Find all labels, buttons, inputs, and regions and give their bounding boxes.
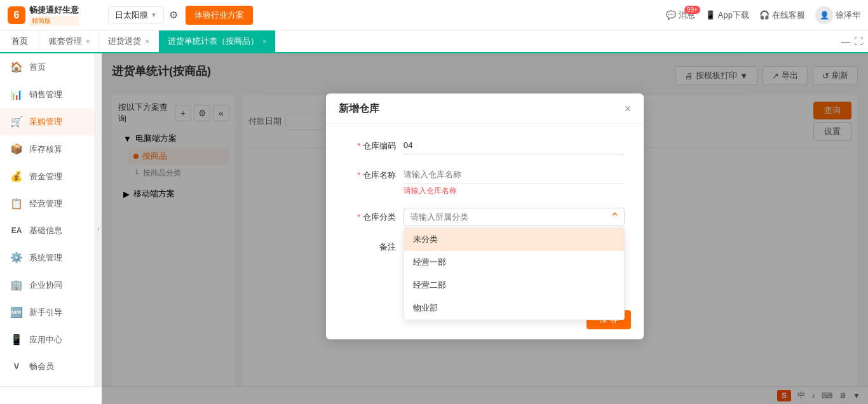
name-label: 仓库名称	[345, 166, 396, 181]
sidebar-item-system[interactable]: ⚙️ 系统管理	[0, 244, 95, 271]
newcomer-icon: 🆕	[10, 306, 23, 318]
inventory-icon: 📦	[10, 143, 23, 155]
messages-badge: 99+	[684, 6, 700, 14]
tab-purchase-return-close[interactable]: ×	[145, 37, 149, 45]
dropdown-item-dept2[interactable]: 经营二部	[404, 274, 624, 297]
code-label: 仓库编码	[345, 137, 396, 152]
sidebar-item-enterprise[interactable]: 🏢 企业协同	[0, 271, 95, 299]
sidebar-toggle[interactable]: ‹	[95, 53, 102, 404]
dropdown-item-uncategorized[interactable]: 未分类	[404, 228, 624, 251]
store-selector[interactable]: 日太阳膜 ▼	[108, 6, 164, 24]
content-area: 进货单统计(按商品) 🖨 按模板打印 ▼ ↗ 导出 ↺ 刷新	[102, 53, 868, 404]
tab-minimize-icon[interactable]: —	[841, 36, 850, 46]
form-row-name: 仓库名称 请输入仓库名称	[345, 166, 625, 196]
category-input[interactable]	[403, 208, 625, 226]
settings-icon[interactable]: ⚙	[169, 9, 178, 21]
home-icon: 🏠	[10, 61, 23, 73]
logo-badge: 精简版	[29, 16, 79, 26]
modal-header: 新增仓库 ×	[326, 93, 644, 124]
message-icon: 💬	[666, 10, 676, 20]
logo-area: 6 畅捷通好生意 精简版	[8, 4, 103, 26]
sales-icon: 📊	[10, 88, 23, 100]
vip-icon: V	[10, 362, 23, 371]
sidebar-item-basic-info[interactable]: EA 基础信息	[0, 217, 95, 244]
category-select-wrapper: ⌃	[403, 208, 625, 226]
tab-purchase-return[interactable]: 进货退货 ×	[99, 30, 158, 52]
category-dropdown: 未分类 经营一部 经营二部 物业部	[403, 227, 625, 320]
finance-icon: 💰	[10, 170, 23, 182]
tab-home[interactable]: 首页	[0, 30, 40, 52]
sidebar-item-app-center[interactable]: 📱 应用中心	[0, 326, 95, 353]
sidebar-item-newcomer[interactable]: 🆕 新手引导	[0, 299, 95, 326]
sidebar-item-finance[interactable]: 💰 资金管理	[0, 163, 95, 190]
sidebar-item-vip[interactable]: V 畅会员	[0, 353, 95, 380]
tab-accounts-close[interactable]: ×	[86, 37, 90, 45]
sidebar-item-operations[interactable]: 📋 经营管理	[0, 190, 95, 217]
code-input[interactable]	[403, 137, 625, 154]
tab-expand-icon[interactable]: ⛶	[854, 36, 863, 46]
selector-arrow-icon: ▼	[151, 11, 157, 18]
tab-accounts[interactable]: 账套管理 ×	[40, 30, 99, 52]
mobile-icon: 📱	[705, 10, 715, 20]
app-center-icon: 📱	[10, 333, 23, 346]
form-row-code: 仓库编码	[345, 137, 625, 154]
logo-icon: 6	[8, 6, 25, 24]
dropdown-item-dept1[interactable]: 经营一部	[404, 251, 624, 274]
modal-title: 新增仓库	[339, 102, 379, 116]
sidebar: 🏠 首页 📊 销售管理 🛒 采购管理 📦 库存核算 💰 资金管理 📋 经营管理 …	[0, 53, 95, 404]
username: 徐泽华	[836, 10, 860, 21]
remark-label: 备注	[345, 238, 396, 253]
code-field	[403, 137, 625, 154]
online-service-btn[interactable]: 🎧 在线客服	[759, 10, 805, 21]
store-name: 日太阳膜	[115, 10, 148, 21]
dropdown-item-property[interactable]: 物业部	[404, 297, 624, 320]
tab-spacer	[276, 30, 836, 52]
messages-btn[interactable]: 💬 消息 99+	[666, 10, 695, 21]
logo-text: 畅捷通好生意 精简版	[29, 4, 79, 26]
avatar: 👤	[815, 6, 833, 24]
add-warehouse-modal: 新增仓库 × 仓库编码 仓库名称 请输入仓库名称	[326, 93, 644, 339]
sidebar-item-inventory[interactable]: 📦 库存核算	[0, 135, 95, 163]
tab-purchase-stats-close[interactable]: ×	[262, 37, 266, 45]
main-layout: 🏠 首页 📊 销售管理 🛒 采购管理 📦 库存核算 💰 资金管理 📋 经营管理 …	[0, 53, 868, 404]
purchase-icon: 🛒	[10, 116, 23, 128]
category-arrow-icon[interactable]: ⌃	[610, 210, 620, 224]
operations-icon: 📋	[10, 198, 23, 210]
tab-bar: 首页 账套管理 × 进货退货 × 进货单统计表（按商品） × — ⛶	[0, 30, 868, 53]
trial-button[interactable]: 体验行业方案	[186, 6, 253, 25]
sidebar-item-purchase[interactable]: 🛒 采购管理	[0, 108, 95, 135]
name-error-message: 请输入仓库名称	[403, 185, 625, 196]
user-profile[interactable]: 👤 徐泽华	[815, 6, 860, 24]
category-label: 仓库分类	[345, 208, 396, 223]
modal-close-button[interactable]: ×	[624, 102, 631, 116]
sidebar-item-sales[interactable]: 📊 销售管理	[0, 81, 95, 108]
name-input[interactable]	[403, 166, 625, 184]
tab-purchase-stats[interactable]: 进货单统计表（按商品） ×	[159, 30, 276, 52]
tab-controls: — ⛶	[836, 30, 868, 52]
form-row-category: 仓库分类 ⌃ 未分类 经营一部 经营二部 物业部	[345, 208, 625, 226]
app-download-btn[interactable]: 📱 App下载	[705, 10, 749, 21]
sidebar-item-home[interactable]: 🏠 首页	[0, 53, 95, 81]
headset-icon: 🎧	[759, 10, 770, 20]
modal-body: 仓库编码 仓库名称 请输入仓库名称 仓库分类	[326, 124, 644, 302]
top-header: 6 畅捷通好生意 精简版 日太阳膜 ▼ ⚙ 体验行业方案 💬 消息 99+ 📱 …	[0, 0, 868, 30]
basic-info-icon: EA	[10, 226, 23, 235]
enterprise-icon: 🏢	[10, 279, 23, 291]
category-field: ⌃ 未分类 经营一部 经营二部 物业部	[403, 208, 625, 226]
system-icon: ⚙️	[10, 252, 23, 264]
name-field: 请输入仓库名称	[403, 166, 625, 196]
header-right: 💬 消息 99+ 📱 App下载 🎧 在线客服 👤 徐泽华	[666, 6, 860, 24]
